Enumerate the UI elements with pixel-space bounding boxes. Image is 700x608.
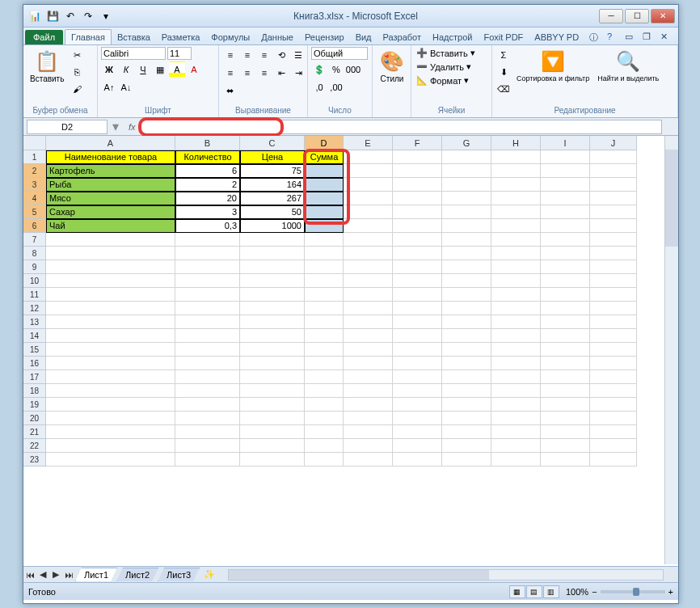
cell-G2[interactable] <box>442 164 491 178</box>
cell-G16[interactable] <box>442 357 491 370</box>
cell-A20[interactable] <box>46 412 175 425</box>
cell-B18[interactable] <box>175 384 240 398</box>
undo-icon[interactable]: ↶ <box>62 8 78 24</box>
vscroll-thumb[interactable] <box>665 150 678 247</box>
zoom-level[interactable]: 100% <box>566 587 588 597</box>
cell-B13[interactable] <box>175 315 240 329</box>
row-header-4[interactable]: 4 <box>23 192 46 205</box>
delete-cells-button[interactable]: ➖ Удалить ▾ <box>415 61 473 73</box>
cell-J12[interactable] <box>590 302 637 315</box>
cell-J4[interactable] <box>590 192 637 205</box>
align-top-icon[interactable]: ≡ <box>222 47 238 63</box>
cell-G14[interactable] <box>442 329 491 343</box>
cell-C5[interactable]: 50 <box>240 205 305 219</box>
cell-C18[interactable] <box>240 384 305 398</box>
cell-D11[interactable] <box>305 288 344 302</box>
cell-E12[interactable] <box>344 302 393 315</box>
cell-F13[interactable] <box>393 315 442 329</box>
sheet-tab-1[interactable]: Лист1 <box>75 568 117 581</box>
cell-E11[interactable] <box>344 288 393 302</box>
tab-developer[interactable]: Разработ <box>377 30 427 44</box>
cell-E10[interactable] <box>344 274 393 288</box>
cell-D19[interactable] <box>305 398 344 412</box>
cell-A11[interactable] <box>46 288 175 302</box>
cell-C22[interactable] <box>240 439 305 453</box>
help-icon[interactable]: ? <box>607 32 620 44</box>
autosum-icon[interactable]: Σ <box>495 47 512 63</box>
cell-C6[interactable]: 1000 <box>240 219 305 233</box>
cell-E9[interactable] <box>344 260 393 274</box>
bold-button[interactable]: Ж <box>101 61 117 78</box>
cell-E15[interactable] <box>344 343 393 357</box>
cell-B15[interactable] <box>175 343 240 357</box>
tab-data[interactable]: Данные <box>255 30 299 44</box>
insert-cells-button[interactable]: ➕ Вставить ▾ <box>415 47 477 59</box>
cell-H22[interactable] <box>491 439 541 453</box>
cell-J2[interactable] <box>590 164 637 178</box>
cell-E1[interactable] <box>344 150 393 164</box>
cell-H17[interactable] <box>491 370 541 384</box>
cell-D1[interactable]: Сумма <box>305 150 344 164</box>
cell-G6[interactable] <box>442 219 491 233</box>
cell-I20[interactable] <box>541 412 590 425</box>
cell-J7[interactable] <box>590 233 637 247</box>
cell-D10[interactable] <box>305 274 344 288</box>
cell-B16[interactable] <box>175 357 240 370</box>
namebox-dropdown-icon[interactable]: ▾ <box>108 119 124 134</box>
cell-I9[interactable] <box>541 260 590 274</box>
cell-B7[interactable] <box>175 233 240 247</box>
cell-F11[interactable] <box>393 288 442 302</box>
window-close-icon[interactable]: ✕ <box>660 32 673 44</box>
cell-H16[interactable] <box>491 357 541 370</box>
cell-J19[interactable] <box>590 398 637 412</box>
cell-H8[interactable] <box>491 247 541 260</box>
font-name-select[interactable] <box>101 47 166 60</box>
row-header-5[interactable]: 5 <box>23 205 46 219</box>
cell-G1[interactable] <box>442 150 491 164</box>
cell-A8[interactable] <box>46 247 175 260</box>
cell-G10[interactable] <box>442 274 491 288</box>
cell-I10[interactable] <box>541 274 590 288</box>
cell-E21[interactable] <box>344 425 393 439</box>
cell-I8[interactable] <box>541 247 590 260</box>
cell-A13[interactable] <box>46 315 175 329</box>
cell-D4[interactable] <box>305 192 344 205</box>
sheet-tab-2[interactable]: Лист2 <box>116 568 158 581</box>
cell-F22[interactable] <box>393 439 442 453</box>
cell-B9[interactable] <box>175 260 240 274</box>
cell-H13[interactable] <box>491 315 541 329</box>
shrink-font-icon[interactable]: A↓ <box>118 79 134 95</box>
cell-F3[interactable] <box>393 178 442 192</box>
cell-H3[interactable] <box>491 178 541 192</box>
cell-H14[interactable] <box>491 329 541 343</box>
cell-G23[interactable] <box>442 453 491 467</box>
cell-A15[interactable] <box>46 343 175 357</box>
percent-icon[interactable]: % <box>328 61 344 78</box>
cell-B5[interactable]: 3 <box>175 205 240 219</box>
cell-B1[interactable]: Количество <box>175 150 240 164</box>
cell-D6[interactable] <box>305 219 344 233</box>
cell-H11[interactable] <box>491 288 541 302</box>
tab-review[interactable]: Рецензир <box>299 30 350 44</box>
cell-J21[interactable] <box>590 425 637 439</box>
name-box[interactable] <box>27 120 108 134</box>
vertical-scrollbar[interactable] <box>664 136 678 564</box>
cell-B2[interactable]: 6 <box>175 164 240 178</box>
tab-view[interactable]: Вид <box>350 30 377 44</box>
row-header-21[interactable]: 21 <box>23 425 46 439</box>
cell-A16[interactable] <box>46 357 175 370</box>
column-header-I[interactable]: I <box>541 136 590 150</box>
cell-E7[interactable] <box>344 233 393 247</box>
cell-A21[interactable] <box>46 425 175 439</box>
cell-H2[interactable] <box>491 164 541 178</box>
row-header-14[interactable]: 14 <box>23 329 46 343</box>
cell-I23[interactable] <box>541 453 590 467</box>
cell-H1[interactable] <box>491 150 541 164</box>
cell-E3[interactable] <box>344 178 393 192</box>
minimize-button[interactable]: ─ <box>599 9 623 23</box>
cell-F18[interactable] <box>393 384 442 398</box>
cell-B4[interactable]: 20 <box>175 192 240 205</box>
currency-icon[interactable]: 💲 <box>311 61 327 78</box>
select-all-corner[interactable] <box>23 136 46 150</box>
cell-E20[interactable] <box>344 412 393 425</box>
